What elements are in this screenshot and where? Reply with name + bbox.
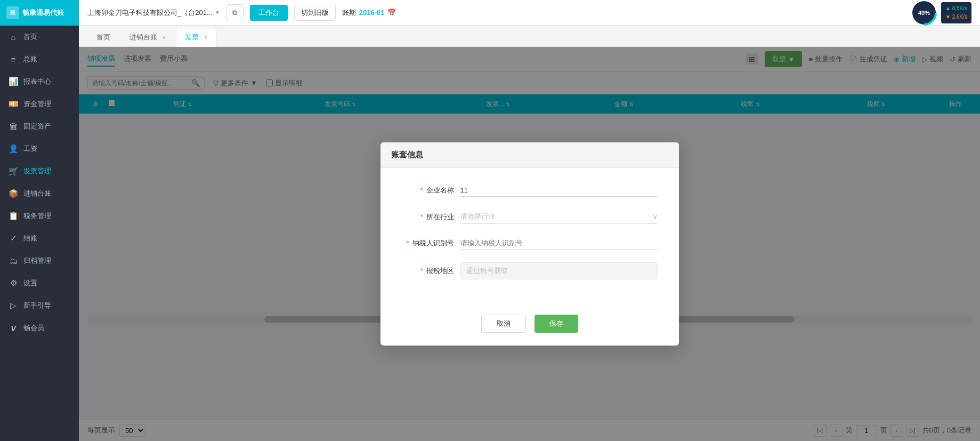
- sidebar-item-label: 报表中心: [23, 77, 51, 86]
- sidebar-item-payroll[interactable]: 👤 工资: [0, 138, 79, 160]
- tab-invoice[interactable]: 发票 ×: [176, 28, 216, 47]
- industry-dropdown-icon: ∨: [652, 212, 658, 221]
- topbar: 上海卯金刀电子科技有限公司_（台201... ▼ ⧉ 工作台 切到旧版 账期 2…: [79, 0, 980, 26]
- old-version-button[interactable]: 切到旧版: [294, 5, 336, 21]
- sidebar-item-ledger[interactable]: ≡ 总账: [0, 48, 79, 70]
- company-selector[interactable]: 上海卯金刀电子科技有限公司_（台201... ▼: [87, 8, 220, 18]
- sidebar: 账 畅康通易代账 ⌂ 首页 ≡ 总账 📊 报表中心 💴 资金管理 🏛 固定资产 …: [0, 0, 79, 441]
- percent-widget: 49%: [910, 0, 938, 27]
- logo-text: 畅康通易代账: [22, 8, 64, 18]
- home-icon: ⌂: [9, 33, 18, 42]
- sidebar-item-label: 首页: [23, 32, 37, 42]
- form-row-tax-id: * 纳税人识别号: [402, 237, 658, 250]
- copy-icon-button[interactable]: ⧉: [226, 4, 244, 21]
- sidebar-item-label: 畅会员: [23, 323, 44, 333]
- cancel-button[interactable]: 取消: [481, 315, 526, 333]
- logo-icon: 账: [6, 6, 19, 19]
- sidebar-item-label: 税务管理: [23, 211, 51, 221]
- funds-icon: 💴: [9, 99, 18, 109]
- tax-id-input[interactable]: [460, 237, 658, 250]
- settle-icon: ✓: [9, 234, 18, 243]
- company-name: 上海卯金刀电子科技有限公司_（台201...: [87, 8, 213, 18]
- sidebar-item-vip[interactable]: V 畅会员: [0, 317, 79, 339]
- sidebar-item-label: 发票管理: [23, 166, 51, 176]
- tax-id-label: * 纳税人识别号: [402, 238, 460, 248]
- ledger-icon: ≡: [9, 55, 18, 64]
- percent-text: 49%: [918, 10, 930, 16]
- assets-icon: 🏛: [9, 122, 18, 131]
- form-row-industry: * 所在行业 请选择行业 ∨: [402, 210, 658, 224]
- percent-circle-svg: 49%: [910, 0, 938, 27]
- tax-region-label: * 报税地区: [402, 266, 460, 276]
- sidebar-item-label: 设置: [23, 278, 37, 288]
- reports-icon: 📊: [9, 77, 18, 86]
- save-button[interactable]: 保存: [534, 315, 578, 333]
- invoice-icon: 🛒: [9, 166, 18, 176]
- sidebar-item-funds[interactable]: 💴 资金管理: [0, 93, 79, 115]
- industry-label: * 所在行业: [402, 212, 460, 222]
- tab-purchase-close[interactable]: ×: [163, 34, 166, 41]
- sidebar-item-home[interactable]: ⌂ 首页: [0, 26, 79, 48]
- upload-speed: ▲ 8.5K/s: [945, 4, 967, 13]
- modal-overlay[interactable]: 账套信息 * 企业名称 * 所在行: [79, 47, 980, 441]
- network-widget: 49% ▲ 8.5K/s ▼ 2.6K/s: [910, 0, 971, 27]
- sidebar-item-label: 新手引导: [23, 301, 51, 310]
- dialog-body: * 企业名称 * 所在行业 请选择行业 ∨: [380, 168, 679, 308]
- form-row-tax-region: * 报税地区 通过税号获取: [402, 262, 658, 279]
- workbench-button[interactable]: 工作台: [250, 5, 288, 21]
- sidebar-item-tax[interactable]: 📋 税务管理: [0, 205, 79, 227]
- sidebar-item-settle[interactable]: ✓ 结账: [0, 227, 79, 250]
- sidebar-item-label: 进销台账: [23, 189, 51, 198]
- sidebar-item-purchase[interactable]: 📦 进销台账: [0, 182, 79, 205]
- company-name-input[interactable]: [460, 184, 658, 197]
- form-row-company-name: * 企业名称: [402, 184, 658, 197]
- sidebar-item-archive[interactable]: 🗂 归档管理: [0, 250, 79, 272]
- company-name-label: * 企业名称: [402, 186, 460, 195]
- sidebar-item-label: 归档管理: [23, 256, 51, 266]
- copy-icon: ⧉: [232, 9, 237, 17]
- tax-icon: 📋: [9, 211, 18, 221]
- sidebar-item-settings[interactable]: ⚙ 设置: [0, 272, 79, 294]
- tax-region-input: 通过税号获取: [460, 262, 658, 279]
- period-value: 2016-01: [359, 9, 385, 17]
- tab-purchase[interactable]: 进销台账 ×: [120, 28, 175, 46]
- topbar-right: 49% ▲ 8.5K/s ▼ 2.6K/s: [910, 0, 971, 27]
- dialog-header: 账套信息: [380, 142, 679, 168]
- period-display: 账期 2016-01 📅: [342, 8, 396, 18]
- sidebar-logo: 账 畅康通易代账: [0, 0, 79, 26]
- dialog-title: 账套信息: [391, 150, 423, 159]
- industry-select[interactable]: 请选择行业 ∨: [460, 210, 658, 224]
- sidebar-item-label: 结账: [23, 234, 37, 243]
- network-stats: ▲ 8.5K/s ▼ 2.6K/s: [941, 2, 971, 23]
- archive-icon: 🗂: [9, 256, 18, 266]
- sidebar-item-invoice[interactable]: 🛒 发票管理: [0, 160, 79, 182]
- sidebar-item-guide[interactable]: ▷ 新手引导: [0, 294, 79, 317]
- content-area: 销项发票 进项发票 费用小票 ⊞ 取票 ▼ ≡ 批量操作: [79, 47, 980, 441]
- sidebar-item-label: 固定资产: [23, 122, 51, 131]
- industry-placeholder: 请选择行业: [460, 212, 652, 221]
- guide-icon: ▷: [9, 301, 18, 310]
- sidebar-item-label: 总账: [23, 54, 37, 64]
- purchase-icon: 📦: [9, 189, 18, 198]
- period-label: 账期: [342, 8, 356, 18]
- payroll-icon: 👤: [9, 144, 18, 154]
- tab-invoice-close[interactable]: ×: [204, 34, 207, 41]
- account-info-dialog: 账套信息 * 企业名称 * 所在行: [380, 142, 679, 346]
- sidebar-item-label: 资金管理: [23, 99, 51, 109]
- company-dropdown-icon: ▼: [215, 10, 220, 15]
- main-tabbar: 首页 进销台账 × 发票 ×: [79, 26, 980, 47]
- sidebar-item-assets[interactable]: 🏛 固定资产: [0, 115, 79, 138]
- dialog-footer: 取消 保存: [380, 308, 679, 346]
- calendar-icon[interactable]: 📅: [387, 9, 396, 17]
- vip-icon: V: [9, 324, 18, 333]
- main-content: 上海卯金刀电子科技有限公司_（台201... ▼ ⧉ 工作台 切到旧版 账期 2…: [79, 0, 980, 441]
- sidebar-item-reports[interactable]: 📊 报表中心: [0, 70, 79, 93]
- download-speed: ▼ 2.6K/s: [945, 13, 967, 21]
- sidebar-item-label: 工资: [23, 144, 37, 154]
- tab-home[interactable]: 首页: [87, 28, 119, 46]
- settings-icon: ⚙: [9, 278, 18, 288]
